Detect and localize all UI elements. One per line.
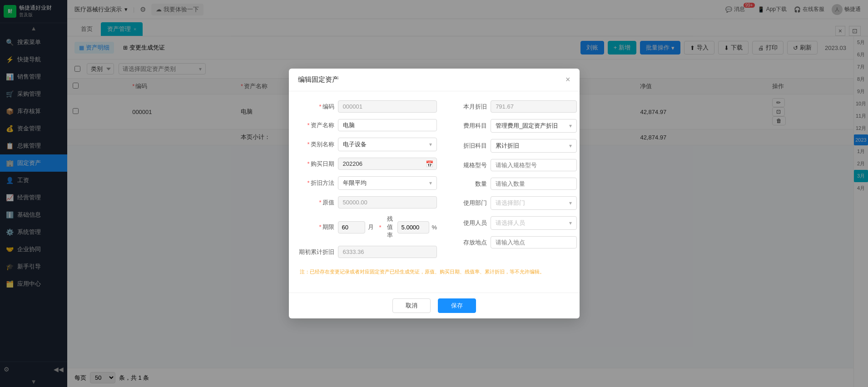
quantity-label: 数量 [451, 180, 487, 188]
dep-method-value: 年限平均 [343, 179, 430, 187]
form-item-category: *类别名称 电子设备 ▾ [298, 138, 437, 151]
category-label: *类别名称 [298, 140, 334, 149]
dep-subject-dropdown-icon: ▾ [569, 143, 572, 149]
modal-title: 编辑固定资产 [298, 75, 339, 84]
spec-input[interactable] [491, 159, 577, 171]
dep-method-label: *折旧方法 [298, 179, 334, 187]
expense-subject-label: 费用科目 [451, 122, 487, 130]
modal-columns: *编码 *资产名称 *类别名称 [298, 100, 570, 264]
period-wrap: 月 * 残值率 % [338, 215, 437, 239]
location-input[interactable] [491, 236, 577, 248]
form-item-name: *资产名称 [298, 119, 437, 131]
expense-subject-select[interactable]: 管理费用_固定资产折旧 ▾ [491, 119, 577, 133]
form-item-monthly-dep: 本月折旧 [451, 100, 577, 113]
save-button[interactable]: 保存 [438, 298, 476, 313]
dep-method-select[interactable]: 年限平均 ▾ [338, 176, 437, 190]
dep-subject-value: 累计折旧 [496, 142, 569, 150]
accumulated-dep-input[interactable] [338, 246, 437, 258]
period-label: *期限 [298, 223, 334, 231]
category-select[interactable]: 电子设备 ▾ [338, 138, 437, 151]
modal-overlay: 编辑固定资产 × *编码 * [0, 0, 868, 387]
code-label: *编码 [298, 103, 334, 111]
form-item-dept: 使用部门 请选择部门 ▾ [451, 196, 577, 210]
asset-name-input[interactable] [338, 119, 437, 131]
form-item-person: 使用人员 请选择人员 ▾ [451, 216, 577, 230]
original-value-input[interactable] [338, 196, 437, 208]
form-item-period: *期限 月 * 残值率 % [298, 215, 437, 239]
residual-rate-input[interactable] [397, 221, 429, 233]
form-item-expense-subject: 费用科目 管理费用_固定资产折旧 ▾ [451, 119, 577, 133]
monthly-dep-input[interactable] [491, 100, 577, 113]
dep-method-dropdown-icon: ▾ [429, 180, 432, 186]
edit-asset-modal: 编辑固定资产 × *编码 * [289, 69, 580, 318]
monthly-dep-label: 本月折旧 [451, 103, 487, 111]
modal-left-col: *编码 *资产名称 *类别名称 [298, 100, 437, 264]
person-label: 使用人员 [451, 219, 487, 227]
spec-label: 规格型号 [451, 161, 487, 169]
expense-subject-value: 管理费用_固定资产折旧 [496, 122, 569, 130]
dept-select[interactable]: 请选择部门 ▾ [491, 196, 577, 210]
person-dropdown-icon: ▾ [569, 220, 572, 226]
form-item-spec: 规格型号 [451, 159, 577, 171]
form-item-quantity: 数量 [451, 178, 577, 190]
period-input[interactable] [338, 221, 365, 233]
form-item-dep-subject: 折旧科目 累计折旧 ▾ [451, 139, 577, 153]
period-unit: 月 [368, 223, 374, 231]
purchase-date-label: *购买日期 [298, 160, 334, 168]
form-item-original-value: *原值 [298, 196, 437, 208]
form-item-purchase-date: *购买日期 📅 [298, 158, 437, 170]
person-select[interactable]: 请选择人员 ▾ [491, 216, 577, 230]
residual-text-label: 残值率 [387, 215, 393, 239]
cancel-button[interactable]: 取消 [392, 298, 431, 313]
modal-footer: 取消 保存 [289, 293, 580, 318]
form-item-location: 存放地点 [451, 236, 577, 248]
asset-name-label: *资产名称 [298, 121, 334, 129]
modal-right-col: 本月折旧 费用科目 管理费用_固定资产折旧 ▾ [451, 100, 577, 264]
code-input[interactable] [338, 100, 437, 113]
purchase-date-input[interactable] [338, 158, 437, 170]
dep-subject-label: 折旧科目 [451, 142, 487, 150]
modal-note: 注：已经存在变更记录或者对应固定资产已经生成凭证，原值、购买日期、残值率、累计折… [298, 268, 570, 276]
modal-body: *编码 *资产名称 *类别名称 [289, 91, 580, 293]
modal-header: 编辑固定资产 × [289, 69, 580, 91]
dept-placeholder: 请选择部门 [496, 199, 569, 207]
category-dropdown-icon: ▾ [429, 141, 432, 148]
modal-close-btn[interactable]: × [565, 75, 570, 84]
location-label: 存放地点 [451, 238, 487, 247]
person-placeholder: 请选择人员 [496, 219, 569, 227]
residual-wrap: % [397, 221, 437, 233]
category-value: 电子设备 [343, 140, 430, 149]
calendar-icon: 📅 [426, 160, 433, 168]
residual-pct: % [432, 224, 437, 231]
form-item-dep-method: *折旧方法 年限平均 ▾ [298, 176, 437, 190]
dept-label: 使用部门 [451, 199, 487, 207]
residual-label: * [379, 224, 382, 231]
accumulated-dep-label: 期初累计折旧 [298, 248, 334, 256]
form-item-code: *编码 [298, 100, 437, 113]
form-item-accumulated-dep: 期初累计折旧 [298, 246, 437, 258]
purchase-date-wrap: 📅 [338, 158, 437, 170]
dept-dropdown-icon: ▾ [569, 200, 572, 206]
dep-subject-select[interactable]: 累计折旧 ▾ [491, 139, 577, 153]
quantity-input[interactable] [491, 178, 577, 190]
original-value-label: *原值 [298, 198, 334, 207]
expense-subject-dropdown-icon: ▾ [569, 123, 572, 129]
